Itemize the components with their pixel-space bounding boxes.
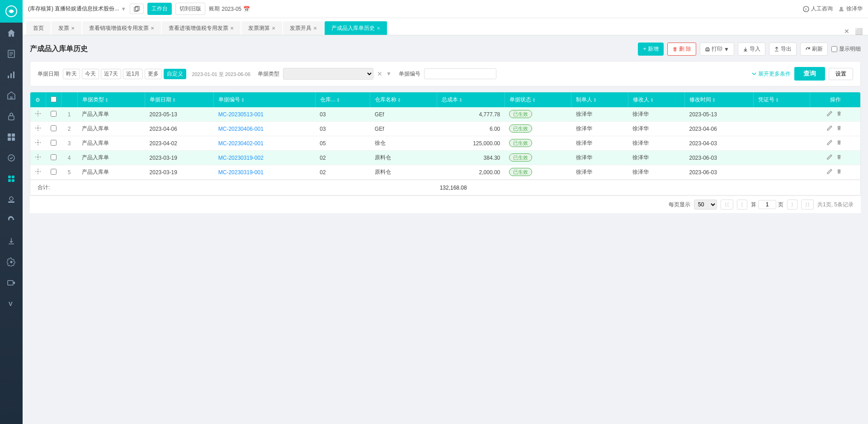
sidebar-item-refresh[interactable] [0, 210, 23, 231]
filter-date-custom[interactable]: 自定义 [164, 69, 186, 79]
page-number-input[interactable] [758, 200, 776, 209]
th-checkbox[interactable] [46, 92, 61, 107]
row-delete-icon[interactable] [836, 155, 842, 162]
th-modify-time[interactable]: 修改时间 [684, 92, 753, 107]
th-settings[interactable]: ⚙ [30, 92, 46, 107]
row-settings-icon[interactable] [30, 151, 46, 165]
tab-view-input-vat-close[interactable]: ✕ [230, 26, 234, 31]
filter-date-7days[interactable]: 近7天 [101, 69, 121, 79]
sidebar-item-settings[interactable] [0, 252, 23, 272]
print-button[interactable]: 打印 ▼ [700, 43, 734, 56]
select-all-checkbox[interactable] [51, 96, 57, 102]
page-next-button[interactable]: ⟩ [787, 200, 797, 210]
row-delete-icon[interactable] [836, 126, 842, 133]
tab-view-sales-vat-close[interactable]: ✕ [151, 26, 154, 31]
tab-product-history[interactable]: 产成品入库单历史 ✕ [325, 21, 387, 35]
sidebar-item-stamp[interactable] [0, 189, 23, 210]
display-toggle-label[interactable]: 显示明细 [839, 45, 861, 53]
row-edit-icon[interactable] [826, 112, 834, 118]
th-date[interactable]: 单据日期 [145, 92, 214, 107]
page-prev-button[interactable]: ⟨ [737, 200, 747, 210]
sidebar-item-v[interactable]: V [0, 293, 23, 314]
row-delete-icon[interactable] [836, 112, 842, 118]
tab-invoice-open-close[interactable]: ✕ [313, 26, 317, 31]
row-delete-icon[interactable] [836, 170, 842, 176]
th-status[interactable]: 单据状态 [505, 92, 571, 107]
sidebar-item-product[interactable] [0, 168, 23, 189]
filter-date-more[interactable]: 更多 [145, 69, 162, 79]
display-toggle-checkbox[interactable] [831, 46, 837, 52]
per-page-select[interactable]: 20 50 100 200 [694, 200, 717, 210]
th-creator[interactable]: 制单人 [571, 92, 628, 107]
calendar-icon[interactable]: 📅 [243, 6, 250, 12]
tab-invoice-open[interactable]: 发票开具 ✕ [283, 21, 324, 35]
th-type[interactable]: 单据类型 [77, 92, 145, 107]
tab-home[interactable]: 首页 [26, 21, 51, 35]
tab-expand[interactable]: ⬜ [853, 28, 864, 35]
row-edit-icon[interactable] [826, 141, 834, 147]
filter-date-yesterday[interactable]: 昨天 [63, 69, 80, 79]
th-number[interactable]: 单据编号 [214, 92, 316, 107]
filter-query-button[interactable]: 查询 [794, 67, 825, 81]
sidebar-item-invoice[interactable] [0, 43, 23, 64]
tab-view-input-vat[interactable]: 查看进项增值税专用发票 ✕ [162, 21, 241, 35]
company-dropdown-icon[interactable]: ▼ [121, 6, 126, 12]
import-button[interactable]: 导入 [738, 43, 765, 56]
filter-type-dropdown-icon[interactable]: ▼ [386, 71, 392, 77]
row-doc-number[interactable]: MC-20230319-002 [214, 151, 316, 165]
row-checkbox[interactable] [46, 165, 61, 180]
help-label[interactable]: ? 人工咨询 [803, 5, 833, 13]
row-edit-icon[interactable] [826, 170, 834, 176]
print-dropdown-icon[interactable]: ▼ [724, 46, 729, 52]
filter-expand-btn[interactable]: 展开更多条件 [751, 70, 791, 78]
filter-date-1month[interactable]: 近1月 [123, 69, 143, 79]
row-settings-icon[interactable] [30, 136, 46, 151]
sidebar-item-video[interactable] [0, 272, 23, 293]
sidebar-item-chart[interactable] [0, 64, 23, 85]
row-doc-number[interactable]: MC-20230513-001 [214, 107, 316, 122]
filter-type-clear-icon[interactable]: ✕ [377, 70, 382, 77]
tab-product-history-close[interactable]: ✕ [377, 26, 380, 31]
row-checkbox[interactable] [46, 107, 61, 122]
sidebar-item-warehouse[interactable] [0, 85, 23, 106]
row-settings-icon[interactable] [30, 165, 46, 180]
row-edit-icon[interactable] [826, 126, 834, 133]
filter-set-button[interactable]: 设置 [829, 68, 853, 80]
filter-number-input[interactable] [424, 68, 496, 79]
th-total-cost[interactable]: 总成本 [437, 92, 505, 107]
th-voucher[interactable]: 凭证号 [754, 92, 810, 107]
new-button[interactable]: + 新增 [638, 43, 663, 56]
th-modifier[interactable]: 修改人 [628, 92, 684, 107]
tab-close-all[interactable]: ✕ [842, 28, 851, 35]
refresh-button[interactable]: 刷新 [800, 43, 828, 56]
page-first-button[interactable]: ⟨⟨ [721, 200, 733, 210]
tab-invoice-close[interactable]: ✕ [71, 26, 75, 31]
tab-invoice-calc-close[interactable]: ✕ [272, 26, 275, 31]
row-doc-number[interactable]: MC-20230402-001 [214, 136, 316, 151]
user-info[interactable]: 徐泽华 [838, 5, 863, 13]
sidebar-item-home[interactable] [0, 23, 23, 43]
row-settings-icon[interactable] [30, 122, 46, 136]
filter-type-select[interactable] [283, 68, 373, 80]
page-last-button[interactable]: ⟩⟩ [801, 200, 814, 210]
tab-view-sales-vat[interactable]: 查看销项增值税专用发票 ✕ [82, 21, 161, 35]
workbench-button[interactable]: 工作台 [147, 3, 172, 15]
filter-date-today[interactable]: 今天 [82, 69, 99, 79]
row-checkbox[interactable] [46, 122, 61, 136]
row-doc-number[interactable]: MC-20230406-001 [214, 122, 316, 136]
copy-button[interactable] [130, 4, 144, 14]
delete-button[interactable]: 删 除 [667, 43, 696, 56]
row-delete-icon[interactable] [836, 141, 842, 147]
export-button[interactable]: 导出 [769, 43, 797, 56]
row-checkbox[interactable] [46, 151, 61, 165]
th-warehouse-name[interactable]: 仓库名称 [370, 92, 437, 107]
sidebar-item-grid[interactable] [0, 127, 23, 148]
tab-invoice[interactable]: 发票 ✕ [52, 21, 81, 35]
row-checkbox[interactable] [46, 136, 61, 151]
sidebar-item-download[interactable] [0, 231, 23, 252]
tab-invoice-calc[interactable]: 发票测算 ✕ [241, 21, 282, 35]
switch-button[interactable]: 切到旧版 [175, 3, 205, 15]
row-doc-number[interactable]: MC-20230319-001 [214, 165, 316, 180]
row-edit-icon[interactable] [826, 155, 834, 162]
th-warehouse-code[interactable]: 仓库... [315, 92, 370, 107]
